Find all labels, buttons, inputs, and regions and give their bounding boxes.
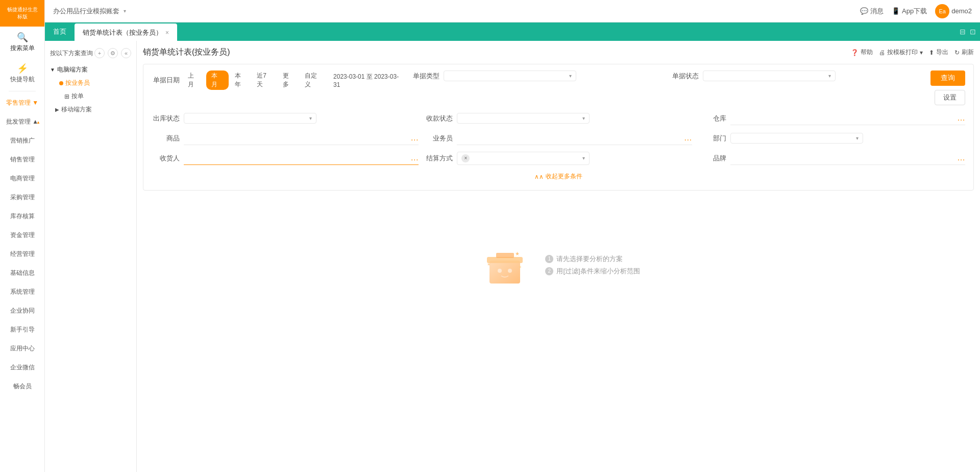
tab-sales-stat[interactable]: 销货单统计表（按业务员） ×: [75, 23, 177, 42]
sidebar-item-enterprise[interactable]: 企业协同: [0, 301, 44, 320]
svg-rect-2: [496, 253, 514, 258]
page-title: 销货单统计表(按业务员): [143, 47, 230, 58]
logo-text: 畅捷通好生意 标版: [7, 6, 38, 20]
help-btn[interactable]: ❓ 帮助: [851, 48, 873, 57]
scheme-item-order[interactable]: ⊞ 按单: [45, 90, 136, 103]
collapse-up-icon: ∧∧: [534, 173, 544, 180]
sidebar-item-inventory[interactable]: 库存核算: [0, 207, 44, 226]
sidebar-item-shortcut[interactable]: ⚡ 快捷导航: [0, 58, 44, 89]
date-tab-7days[interactable]: 近7天: [253, 70, 276, 90]
sidebar-item-wholesale[interactable]: 批发管理 ▲: [0, 112, 44, 131]
hint-number-1: 1: [545, 255, 553, 263]
doc-type-select[interactable]: ▾: [444, 70, 576, 81]
sidebar-item-retail[interactable]: 零售管理 ▼: [0, 93, 44, 112]
dept-label: 部门: [698, 134, 726, 143]
doc-type-arrow-icon: ▾: [569, 73, 572, 79]
user-profile-btn[interactable]: Ea demo2: [935, 4, 972, 18]
settlement-clear-btn[interactable]: ×: [461, 154, 470, 162]
sidebar-item-sales[interactable]: 销售管理: [0, 150, 44, 169]
doc-type-label: 单据类型: [411, 72, 439, 81]
collapse-label: 收起更多条件: [546, 172, 582, 181]
hint-text-2: 用[过滤]条件来缩小分析范围: [556, 267, 640, 276]
goods-dots[interactable]: …: [410, 133, 419, 143]
date-tab-this-year[interactable]: 本年: [231, 70, 251, 90]
messages-label: 消息: [870, 7, 884, 16]
date-tab-this-month[interactable]: 本月: [206, 70, 229, 90]
tab-close-icon[interactable]: ×: [165, 29, 169, 36]
payment-status-select[interactable]: ▾: [457, 113, 590, 124]
payment-status-label: 收款状态: [425, 114, 453, 123]
doc-status-select[interactable]: ▾: [703, 70, 836, 81]
help-label: 帮助: [861, 48, 873, 57]
shortcut-icon: ⚡: [2, 63, 42, 74]
query-button[interactable]: 查询: [930, 70, 965, 86]
action-buttons: 查询 设置: [930, 70, 965, 105]
sidebar-item-business[interactable]: 经营管理: [0, 245, 44, 264]
tab-expand-area: ⊟ ⊡: [960, 28, 976, 36]
scheme-salesman-label: 按业务员: [65, 79, 90, 87]
main-area: 办公用品行业模拟账套 ▾ 💬 消息 📱 App下载 Ea demo2 首页 销货…: [45, 0, 980, 472]
salesman-dots[interactable]: …: [684, 133, 692, 143]
scheme-panel-header: 按以下方案查询 + ⚙ «: [45, 45, 136, 61]
mobile-scheme-header[interactable]: ▶ 移动端方案: [45, 103, 136, 116]
date-tab-more[interactable]: 更多: [279, 70, 299, 90]
refresh-icon: ↻: [954, 49, 960, 56]
sidebar-item-apps[interactable]: 应用中心: [0, 339, 44, 358]
out-status-arrow-icon: ▾: [309, 115, 312, 121]
hint-number-2: 2: [545, 267, 553, 275]
sidebar-divider-1: [9, 91, 35, 91]
scheme-actions: + ⚙ «: [94, 48, 131, 58]
add-scheme-btn[interactable]: +: [94, 48, 105, 58]
desktop-arrow-icon: ▼: [50, 67, 55, 73]
settlement-label: 结算方式: [425, 154, 453, 163]
out-status-select[interactable]: ▾: [184, 113, 316, 124]
date-label: 单据日期: [152, 76, 180, 85]
date-tab-custom[interactable]: 自定义: [301, 70, 327, 90]
date-tab-last-month[interactable]: 上月: [184, 70, 204, 90]
receiver-dots[interactable]: …: [410, 153, 419, 162]
left-panel: 按以下方案查询 + ⚙ « ▼ 电脑端方案 按业务员 ⊞: [45, 41, 137, 472]
collapse-scheme-btn[interactable]: «: [121, 48, 131, 58]
goods-label: 商品: [152, 134, 180, 143]
maximize-icon[interactable]: ⊡: [970, 28, 976, 36]
settlement-select[interactable]: × ▾: [457, 152, 590, 165]
empty-hints: 1 请先选择要分析的方案 2 用[过滤]条件来缩小分析范围: [545, 254, 640, 279]
minimize-icon[interactable]: ⊟: [960, 28, 966, 36]
sidebar-item-ecommerce[interactable]: 电商管理: [0, 169, 44, 188]
sidebar-item-member[interactable]: 畅会员: [0, 377, 44, 396]
help-icon: ❓: [851, 49, 859, 56]
sidebar-item-finance[interactable]: 资金管理: [0, 226, 44, 245]
collapse-filter-btn[interactable]: ∧∧ 收起更多条件: [152, 169, 965, 184]
brand-dots[interactable]: …: [957, 153, 965, 162]
messages-btn[interactable]: 💬 消息: [860, 7, 884, 16]
sidebar-item-system[interactable]: 系统管理: [0, 282, 44, 301]
sidebar-item-purchase[interactable]: 采购管理: [0, 188, 44, 207]
warehouse-dots[interactable]: …: [957, 113, 965, 123]
company-name: 办公用品行业模拟账套: [53, 7, 119, 16]
scheme-order-label: 按单: [71, 92, 84, 101]
sidebar-item-wechat[interactable]: 企业微信: [0, 358, 44, 377]
doc-status-label: 单据状态: [671, 72, 699, 81]
date-tab-group: 上月 本月 本年 近7天 更多 自定义: [184, 70, 327, 90]
export-btn[interactable]: ⬆ 导出: [929, 48, 948, 57]
refresh-btn[interactable]: ↻ 刷新: [954, 48, 974, 57]
sidebar-item-basic[interactable]: 基础信息: [0, 264, 44, 282]
dept-arrow-icon: ▾: [856, 135, 859, 141]
settings-scheme-btn[interactable]: ⚙: [108, 48, 118, 58]
sidebar-item-search[interactable]: 🔍 按业务员 搜索菜单: [0, 27, 44, 58]
app-download-btn[interactable]: 📱 App下载: [892, 7, 927, 16]
sidebar-item-marketing[interactable]: 营销推广: [0, 131, 44, 150]
template-print-btn[interactable]: 🖨 按模板打印 ▾: [879, 48, 923, 57]
dept-select[interactable]: ▾: [730, 133, 863, 144]
settings-button[interactable]: 设置: [935, 90, 965, 105]
right-content: 销货单统计表(按业务员) ❓ 帮助 🖨 按模板打印 ▾ ⬆ 导出: [137, 41, 980, 472]
header-right: 💬 消息 📱 App下载 Ea demo2: [860, 4, 972, 18]
desktop-scheme-header[interactable]: ▼ 电脑端方案: [45, 63, 136, 76]
scheme-item-salesman[interactable]: 按业务员: [45, 76, 136, 90]
export-label: 导出: [936, 48, 948, 57]
company-selector[interactable]: 办公用品行业模拟账套 ▾: [53, 7, 126, 16]
tab-home[interactable]: 首页: [45, 22, 75, 41]
out-status-label: 出库状态: [152, 114, 180, 123]
sidebar-item-newbie[interactable]: 新手引导: [0, 320, 44, 339]
tab-sales-stat-label: 销货单统计表（按业务员）: [83, 28, 162, 37]
